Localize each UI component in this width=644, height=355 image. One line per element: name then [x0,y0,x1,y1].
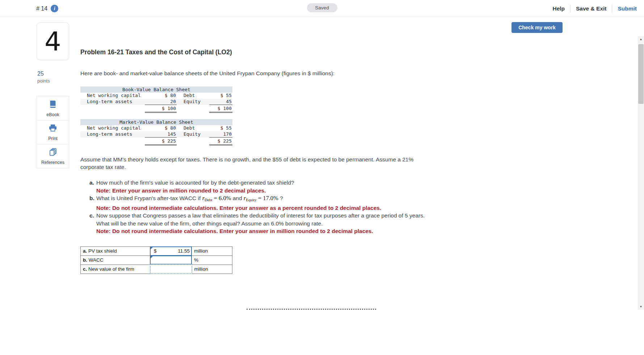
question-letter: a. [89,179,94,187]
cell: Debt [183,93,209,99]
total-cell: $ 225 [209,138,232,145]
cell: 145 [145,131,177,138]
connect-homework-page: # 14 i Saved Help Save & Exit Submit 4 2… [0,0,644,355]
book-value-balance-sheet: Book-Value Balance Sheet Net working cap… [80,86,232,114]
answer-value: 11.55 [178,248,190,254]
cell: Net working capital [80,93,145,99]
question-c: c. Now suppose that Congress passes a la… [89,212,428,235]
answer-input-wacc[interactable] [150,255,192,265]
sidebar-item-label: Print [48,136,58,141]
save-exit-button[interactable]: Save & Exit [576,5,606,12]
cell: Debt [183,125,209,131]
balance-sheet-title: Market-Value Balance Sheet [80,119,232,125]
answer-input-pv-tax-shield[interactable]: $ 11.55 [150,246,192,255]
question-text: What is United Frypan's after-tax WACC i… [96,195,283,201]
unit-label: % [192,255,232,265]
answer-row-label: b. WACC [81,255,150,265]
cell: $ 55 [209,125,232,131]
spacer [80,105,145,114]
currency-prefix: $ [154,248,157,254]
spacer [177,138,183,146]
question-letter: c. [89,212,94,220]
question-text: How much of the firm's value is accounte… [96,179,294,186]
answer-row-label: a. PV tax shield [81,246,150,255]
answered-corner-marker [150,256,153,259]
help-button[interactable]: Help [552,5,565,12]
question-note: Note: Enter your answer in million round… [96,187,428,195]
sidebar-item-label: References [41,160,64,165]
cell: Long-term assets [80,131,145,138]
page-title: Problem 16-21 Taxes and the Cost of Capi… [80,48,482,56]
references-icon [48,147,58,158]
cell: 45 [209,99,232,105]
question-letter: b. [89,194,94,202]
total-cell: $ 100 [145,105,177,113]
assumption-text: Assume that MM's theory holds except for… [80,156,435,171]
spacer [80,138,145,146]
problem-content: Problem 16-21 Taxes and the Cost of Capi… [80,0,482,274]
sidebar-item-label: eBook [46,112,59,117]
spacer [183,105,209,114]
cell: $ 55 [209,93,232,99]
points-label: points [37,78,50,84]
divider [612,5,612,13]
top-bar: # 14 i Saved Help Save & Exit Submit [0,0,644,17]
cell: Equity [183,131,209,138]
top-actions: Help Save & Exit Submit [552,0,637,17]
saved-status-badge: Saved [307,3,337,12]
info-icon[interactable]: i [51,5,58,12]
cell: 20 [145,99,177,105]
spacer [177,131,183,138]
submit-button[interactable]: Submit [618,5,637,12]
points-block: 25 points [37,71,50,84]
points-value: 25 [37,71,50,77]
table-row: c. New value of the firm million [81,265,232,274]
intro-text: Here are book- and market-value balance … [80,70,482,77]
scrollbar-thumb[interactable] [638,44,644,104]
book-icon [48,100,58,110]
resource-toolbar: eBook Print References [37,96,69,168]
table-row: Net working capital $ 80 Debt $ 55 [80,93,232,99]
scroll-down-arrow-icon[interactable]: ▼ [638,304,644,310]
table-row: Long-term assets 145 Equity 170 [80,131,232,138]
table-total-row: $ 225 $ 225 [80,138,232,146]
cell: Equity [183,99,209,105]
question-note: Note: Do not round intermediate calculat… [96,227,428,235]
table-row: b. WACC % [81,255,232,265]
spacer [177,99,183,105]
sidebar-item-references[interactable]: References [37,144,69,168]
unit-label: million [192,246,232,255]
cell: Net working capital [80,125,145,131]
answer-row-label: c. New value of the firm [81,265,150,274]
answered-corner-marker [150,247,153,250]
sidebar-item-print[interactable]: Print [37,120,69,144]
sidebar-item-ebook[interactable]: eBook [37,96,69,120]
spacer [177,125,183,131]
total-cell: $ 225 [145,138,177,145]
market-value-balance-sheet: Market-Value Balance Sheet Net working c… [80,119,232,146]
answer-input-new-firm-value[interactable] [150,265,192,274]
cell: $ 80 [145,93,177,99]
answer-table: a. PV tax shield $ 11.55 million b. WACC… [80,246,232,274]
question-b: b. What is United Frypan's after-tax WAC… [89,194,428,212]
cell: $ 80 [145,125,177,131]
balance-sheet-title: Book-Value Balance Sheet [80,86,232,93]
table-total-row: $ 100 $ 100 [80,105,232,114]
question-note: Note: Do not round intermediate calculat… [96,204,428,212]
question-list: a. How much of the firm's value is accou… [80,179,428,235]
cell: 170 [209,131,232,138]
table-row: a. PV tax shield $ 11.55 million [81,246,232,255]
vertical-scrollbar[interactable]: ▲ ▼ [638,36,644,310]
check-my-work-button[interactable]: Check my work [512,22,563,33]
spacer [177,105,183,114]
cell: Long-term assets [80,99,145,105]
question-number: # 14 i [36,0,58,17]
spacer [183,138,209,146]
spacer [177,93,183,99]
question-a: a. How much of the firm's value is accou… [89,179,428,194]
question-number-label: # 14 [36,5,47,12]
question-index-card: 4 [37,22,69,60]
total-cell: $ 100 [209,105,232,113]
scroll-up-arrow-icon[interactable]: ▲ [638,36,644,42]
partially-visible-element-border [247,309,376,310]
